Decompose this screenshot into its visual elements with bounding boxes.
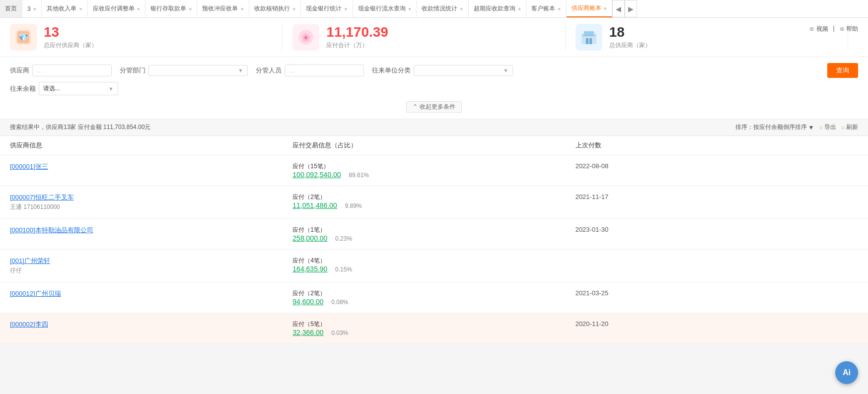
nav-next-arrow[interactable]: ▶	[625, 0, 637, 17]
nav-label-ar-ap-adjust: 应收应付调整单	[93, 4, 135, 13]
svg-rect-9	[582, 35, 595, 36]
last-pay-1: 2021-11-17	[576, 193, 858, 200]
nav-bar: 首页 3 × 其他收入单 × 应收应付调整单 × 银行存取款单 × 预收冲应收单…	[0, 0, 868, 18]
close-icon-cash-bank-flow[interactable]: ×	[408, 6, 411, 12]
supplier-link-4[interactable]: [000012]广州贝瑞	[10, 289, 292, 298]
dept-filter-select[interactable]: ▼	[148, 65, 248, 76]
payable-suppliers-icon: 💎	[10, 24, 37, 51]
tx-amount-4[interactable]: 94,600.00	[292, 298, 323, 306]
nav-item-supplier-ledger[interactable]: 供应商账本 ×	[567, 0, 612, 17]
nav-item-3[interactable]: 3 ×	[22, 0, 42, 17]
nav-label-supplier-ledger: 供应商账本	[572, 4, 601, 12]
nav-item-bank-deposit[interactable]: 银行存取款单 ×	[145, 0, 197, 17]
tx-label-3: 应付（4笔）	[292, 257, 575, 265]
svg-rect-8	[589, 38, 592, 44]
close-icon-collection-verify[interactable]: ×	[292, 6, 295, 12]
close-icon-collection-stats[interactable]: ×	[460, 6, 463, 12]
close-icon-bank-deposit[interactable]: ×	[189, 6, 192, 12]
close-icon-other-income[interactable]: ×	[79, 6, 82, 12]
tx-label-0: 应付（15笔）	[292, 162, 575, 171]
tx-pct-2: 0.23%	[335, 235, 352, 242]
refresh-button[interactable]: ○ 刷新	[841, 123, 858, 131]
close-icon-advance-offset[interactable]: ×	[240, 6, 243, 12]
filter-item-person: 分管人员 ...	[256, 65, 364, 76]
nav-item-home[interactable]: 首页	[0, 0, 22, 17]
sort-area: 排序：按应付余额倒序排序 ▼ ○ 导出 ○ 刷新	[735, 123, 858, 131]
balance-filter-select[interactable]: 请选... ▼	[39, 82, 118, 95]
nav-label-bank-deposit: 银行存取款单	[150, 4, 186, 13]
table-header: 供应商信息 应付交易信息（占比） 上次付数	[0, 136, 868, 155]
results-summary: 搜索结果中，供应商13家 应付金额 111,703,854.00元	[10, 123, 150, 131]
supplier-link-2[interactable]: [000100]本特勒油品有限公司	[10, 226, 292, 235]
nav-item-overdue-query[interactable]: 超期应收款查询 ×	[469, 0, 526, 17]
table-row: [001]广州荣轩 仔仔 应付（4笔） 164,635.90 0.15%	[0, 250, 868, 282]
payable-total-amount: 11,170.39	[326, 25, 388, 39]
nav-label-collection-stats: 收款情况统计	[422, 4, 457, 13]
tx-label-2: 应付（1笔）	[292, 226, 575, 234]
nav-label-advance-offset: 预收冲应收单	[202, 4, 238, 13]
nav-item-ar-ap-adjust[interactable]: 应收应付调整单 ×	[88, 0, 145, 17]
nav-item-collection-verify[interactable]: 收款核销执行 ×	[249, 0, 301, 17]
supplier-filter-input[interactable]: ...	[32, 65, 112, 76]
nav-label-customer-ledger: 客户账本	[531, 4, 555, 13]
export-button[interactable]: ○ 导出	[819, 123, 836, 131]
export-circle-icon: ○	[819, 124, 823, 131]
tx-label-1: 应付（2笔）	[292, 193, 575, 201]
payable-total-label: 应付合计（万）	[326, 41, 388, 50]
nav-label-overdue-query: 超期应收款查询	[474, 4, 515, 13]
close-icon-ar-ap-adjust[interactable]: ×	[137, 6, 140, 12]
collapse-button[interactable]: ⌃ 收起更多条件	[406, 101, 461, 113]
svg-rect-7	[586, 38, 588, 44]
close-icon-cash-bank-stats[interactable]: ×	[344, 6, 347, 12]
tx-pct-4: 0.08%	[331, 299, 348, 306]
person-filter-input[interactable]: ...	[285, 65, 364, 76]
stat-card-payable-suppliers: 💎 13 总应付供应商（家）	[10, 24, 283, 51]
nav-prev-arrow[interactable]: ◀	[612, 0, 625, 17]
category-filter-select[interactable]: ▼	[414, 65, 513, 76]
supplier-link-1[interactable]: [000007]恒旺二手叉车	[10, 193, 292, 202]
supplier-filter-label: 供应商	[10, 66, 29, 75]
table-row: [000100]本特勒油品有限公司 应付（1笔） 258,000.00 0.23…	[0, 219, 868, 250]
tx-cell-4: 应付（2笔） 94,600.00 0.08%	[292, 289, 575, 306]
tx-amount-2[interactable]: 258,000.00	[292, 234, 327, 242]
tx-amount-3[interactable]: 164,635.90	[292, 265, 327, 273]
nav-item-collection-stats[interactable]: 收款情况统计 ×	[417, 0, 468, 17]
filter-item-category: 往来单位分类 ▼	[372, 65, 513, 76]
help-link[interactable]: ⊙ 帮助	[840, 25, 858, 33]
tx-amount-0[interactable]: 100,092,540.00	[292, 171, 341, 179]
stat-info-payable-suppliers: 13 总应付供应商（家）	[44, 25, 97, 50]
filter-item-dept: 分管部门 ▼	[120, 65, 248, 76]
close-icon-overdue-query[interactable]: ×	[518, 6, 521, 12]
tx-amount-5[interactable]: 32,366.00	[292, 328, 323, 336]
table-row: [000012]广州贝瑞 应付（2笔） 94,600.00 0.08% 2021…	[0, 282, 868, 313]
supplier-link-0[interactable]: [000001]张三	[10, 162, 292, 171]
nav-label-3: 3	[27, 5, 31, 12]
nav-item-advance-offset[interactable]: 预收冲应收单 ×	[197, 0, 249, 17]
nav-item-cash-bank-stats[interactable]: 现金银行统计 ×	[301, 0, 353, 17]
sort-button[interactable]: 排序：按应付余额倒序排序 ▼	[735, 123, 814, 131]
stat-info-payable-total: 11,170.39 应付合计（万）	[326, 25, 388, 50]
nav-item-cash-bank-flow[interactable]: 现金银行流水查询 ×	[353, 0, 417, 17]
nav-item-other-income[interactable]: 其他收入单 ×	[42, 0, 87, 17]
svg-rect-6	[584, 31, 594, 35]
last-pay-4: 2021-03-25	[576, 289, 858, 297]
tx-label-5: 应付（5笔）	[292, 320, 575, 328]
close-icon-supplier-ledger[interactable]: ×	[604, 5, 607, 11]
filter-row-1: 供应商 ... 分管部门 ▼ 分管人员 ... 往来单位分类 ▼ 查询	[10, 63, 858, 78]
total-suppliers-count: 18	[609, 25, 651, 39]
col-header-supplier: 供应商信息	[10, 141, 292, 150]
export-label: 导出	[824, 123, 836, 131]
nav-label-cash-bank-flow: 现金银行流水查询	[358, 4, 406, 13]
query-button[interactable]: 查询	[827, 63, 858, 78]
video-link[interactable]: ⊙ 视频	[809, 25, 828, 33]
close-icon-3[interactable]: ×	[33, 6, 36, 12]
tx-cell-5: 应付（5笔） 32,366.00 0.03%	[292, 320, 575, 336]
close-icon-customer-ledger[interactable]: ×	[558, 6, 561, 12]
tx-amount-1[interactable]: 11,051,486.00	[292, 201, 337, 209]
last-pay-0: 2022-08-08	[576, 162, 858, 170]
dept-dropdown-icon: ▼	[238, 67, 243, 73]
nav-item-customer-ledger[interactable]: 客户账本 ×	[526, 0, 566, 17]
supplier-link-5[interactable]: [000002]李四	[10, 320, 292, 329]
filter-item-supplier: 供应商 ...	[10, 65, 112, 76]
supplier-link-3[interactable]: [001]广州荣轩	[10, 257, 292, 265]
